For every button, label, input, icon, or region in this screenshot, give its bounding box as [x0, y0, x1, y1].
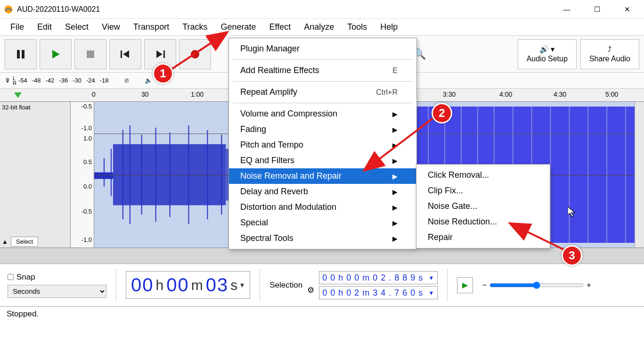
- menu-distortion-mod[interactable]: Distortion and Modulation▶: [229, 199, 416, 215]
- svg-rect-22: [188, 125, 189, 224]
- svg-rect-23: [207, 130, 208, 219]
- app-logo-icon: [4, 5, 13, 14]
- menu-help[interactable]: Help: [375, 20, 403, 34]
- svg-rect-20: [155, 128, 156, 222]
- menu-tracks[interactable]: Tracks: [177, 20, 213, 34]
- menu-special[interactable]: Special▶: [229, 215, 416, 231]
- menu-view[interactable]: View: [96, 20, 126, 34]
- svg-marker-5: [52, 50, 60, 58]
- effect-menu-dropdown: Plugin Manager Add Realtime EffectsE Rep…: [228, 38, 417, 249]
- submenu-noise-reduction[interactable]: Noise Reduction...: [416, 214, 550, 230]
- annotation-1: 1: [153, 63, 173, 84]
- gear-icon[interactable]: ⚙: [307, 285, 314, 295]
- svg-marker-53: [568, 207, 575, 217]
- menu-repeat-last[interactable]: Repeat AmplifyCtrl+R: [229, 84, 416, 100]
- window-title: AUD-20220110-WA0021: [17, 5, 557, 14]
- selection-toolbar: Snap Seconds 00h00m03s▾ Selection ⚙ 0 0 …: [0, 264, 644, 306]
- collapse-icon[interactable]: ▲: [2, 238, 8, 245]
- annotation-3: 3: [562, 245, 582, 266]
- svg-rect-14: [104, 158, 105, 187]
- play-at-speed-button[interactable]: ▶: [457, 277, 473, 293]
- svg-point-2: [10, 9, 11, 11]
- menu-file[interactable]: File: [5, 20, 30, 34]
- svg-rect-47: [625, 107, 626, 243]
- svg-marker-9: [156, 50, 163, 58]
- annotation-2: 2: [432, 103, 452, 124]
- share-audio-button[interactable]: ⤴ Share Audio: [580, 39, 639, 69]
- svg-rect-45: [587, 107, 588, 243]
- minimize-button[interactable]: —: [557, 5, 576, 14]
- hscroll-area[interactable]: [0, 248, 644, 264]
- amplitude-scale: -0.5 -1.0 1.0 0.5 0.0 -0.5 -1.0: [71, 102, 94, 248]
- title-bar: AUD-20220110-WA0021 — ☐ ✕: [0, 0, 644, 19]
- audio-setup-button[interactable]: 🔊 ▾ Audio Setup: [518, 39, 577, 69]
- svg-rect-19: [141, 135, 142, 215]
- svg-rect-7: [121, 50, 122, 58]
- menu-select[interactable]: Select: [59, 20, 94, 34]
- submenu-noise-gate[interactable]: Noise Gate...: [416, 198, 550, 214]
- track-select-button[interactable]: Select: [11, 237, 38, 247]
- svg-rect-44: [569, 107, 570, 243]
- submenu-clip-fix[interactable]: Clip Fix...: [416, 183, 550, 198]
- submenu-repair[interactable]: Repair: [416, 230, 550, 245]
- maximize-button[interactable]: ☐: [587, 5, 606, 14]
- svg-rect-18: [130, 125, 130, 224]
- snap-checkbox[interactable]: Snap: [8, 273, 106, 282]
- menu-edit[interactable]: Edit: [32, 20, 57, 34]
- noise-removal-submenu: Click Removal... Clip Fix... Noise Gate.…: [416, 164, 550, 248]
- track-control-panel[interactable]: 32-bit float ▲ Select: [0, 102, 71, 248]
- playback-speed-slider[interactable]: −+: [482, 281, 591, 289]
- status-text: Stopped.: [7, 309, 39, 319]
- stop-button[interactable]: [74, 39, 106, 69]
- svg-marker-8: [123, 50, 129, 58]
- menu-spectral-tools[interactable]: Spectral Tools▶: [229, 231, 416, 246]
- menu-eq-filters[interactable]: EQ and Filters▶: [229, 153, 416, 168]
- svg-point-11: [191, 50, 199, 58]
- play-button[interactable]: [40, 39, 72, 69]
- main-time-display[interactable]: 00h00m03s▾: [126, 271, 250, 299]
- rec-meter-icon[interactable]: ⎚: [125, 77, 129, 84]
- close-button[interactable]: ✕: [618, 5, 636, 14]
- svg-rect-4: [22, 50, 24, 58]
- vertical-scrollbar[interactable]: [635, 102, 644, 248]
- upload-icon: ⤴: [608, 45, 611, 54]
- track-format: 32-bit float: [2, 104, 68, 111]
- speaker-icon: 🔊 ▾: [539, 45, 554, 54]
- menu-effect[interactable]: Effect: [264, 20, 297, 34]
- menu-pitch-tempo[interactable]: Pitch and Tempo▶: [229, 137, 416, 153]
- pause-button[interactable]: [5, 39, 37, 69]
- status-bar: Stopped.: [0, 306, 644, 321]
- svg-rect-3: [17, 50, 20, 58]
- skip-start-button[interactable]: [109, 39, 141, 69]
- svg-point-1: [5, 9, 7, 11]
- mic-icon[interactable]: 🎙: [5, 77, 11, 84]
- submenu-click-removal[interactable]: Click Removal...: [416, 167, 550, 183]
- menu-plugin-manager[interactable]: Plugin Manager: [229, 41, 416, 57]
- menu-delay-reverb[interactable]: Delay and Reverb▶: [229, 184, 416, 199]
- selection-start-time[interactable]: 0 0 h 0 0 m 0 2 . 8 8 9 s ▾: [319, 271, 438, 284]
- play-meter-icon[interactable]: 🔈: [145, 77, 152, 84]
- mouse-cursor-icon: [568, 207, 577, 220]
- menu-analyze[interactable]: Analyze: [298, 20, 340, 34]
- svg-rect-21: [170, 132, 171, 217]
- svg-rect-17: [122, 130, 123, 219]
- menu-volume-compression[interactable]: Volume and Compression▶: [229, 106, 416, 122]
- svg-rect-24: [221, 135, 222, 215]
- svg-rect-6: [87, 50, 94, 58]
- menu-add-realtime[interactable]: Add Realtime EffectsE: [229, 63, 416, 78]
- menu-noise-removal[interactable]: Noise Removal and Repair▶: [229, 168, 416, 184]
- selection-label: Selection: [269, 281, 302, 290]
- menu-transport[interactable]: Transport: [128, 20, 175, 34]
- playhead-marker[interactable]: [14, 92, 22, 98]
- svg-rect-15: [111, 149, 112, 196]
- selection-end-time[interactable]: 0 0 h 0 2 m 3 4 . 7 6 0 s ▾: [319, 286, 438, 299]
- svg-rect-10: [163, 50, 165, 58]
- menu-generate[interactable]: Generate: [215, 20, 261, 34]
- menu-fading[interactable]: Fading▶: [229, 122, 416, 137]
- snap-unit-select[interactable]: Seconds: [8, 285, 106, 298]
- svg-point-0: [5, 5, 13, 13]
- record-button[interactable]: [179, 39, 211, 69]
- menu-bar: File Edit Select View Transport Tracks G…: [0, 19, 644, 36]
- menu-tools[interactable]: Tools: [342, 20, 373, 34]
- svg-rect-46: [606, 107, 607, 243]
